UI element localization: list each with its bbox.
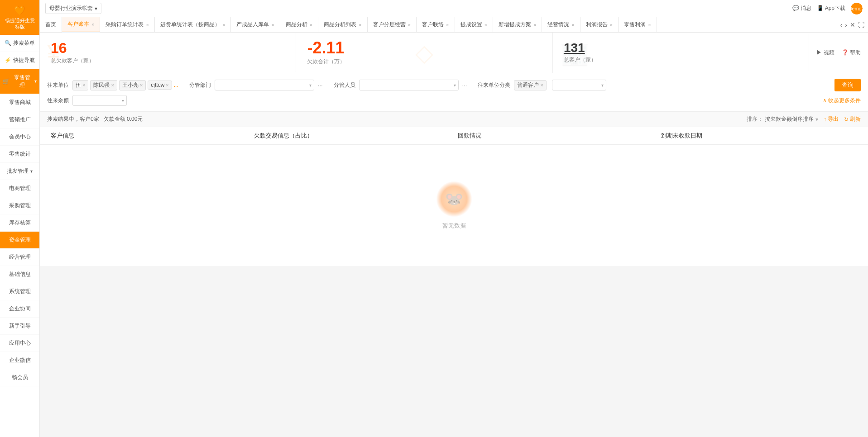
sidebar-item-enterprise[interactable]: 企业协同 [0,300,39,318]
avatar[interactable]: demo2 [851,3,863,14]
tab-customer-ledger[interactable]: 客户账本 × [62,17,100,33]
stat-bg-building: 🏢 [560,39,590,66]
close-icon[interactable]: × [648,22,651,28]
fullscreen-icon[interactable]: ⛶ [858,21,864,28]
sidebar-item-label: 零售统计 [9,150,31,158]
sidebar-item-operation[interactable]: 经营管理 [0,249,39,266]
scroll-right-icon[interactable]: › [845,21,847,28]
filter-tag-wu: 伍 × [72,80,88,90]
sidebar-item-search[interactable]: 🔍 搜索菜单 [0,35,39,52]
topbar: 母婴行业演示帐套 ▾ 💬 消息 📱 App下载 demo2 [40,0,868,17]
sidebar-item-finance[interactable]: 资金管理 [0,232,39,249]
close-icon[interactable]: × [533,22,536,28]
sidebar-item-apps[interactable]: 应用中心 [0,335,39,352]
close-icon[interactable]: × [359,22,361,28]
sidebar-item-wholesale[interactable]: 批发管理 ▾ [0,163,39,180]
close-icon[interactable]: × [222,22,225,28]
person-select[interactable] [359,80,459,90]
filter-tag-chen: 陈民强 × [90,80,117,90]
close-icon[interactable]: × [446,22,449,28]
tag-label: 普通客户 [517,81,539,89]
sidebar-item-label: 应用中心 [9,339,31,347]
sort-value-button[interactable]: 按欠款金额倒序排序 [765,115,814,123]
empty-mouse-icon: 🐭 [445,190,463,208]
dept-select[interactable] [215,80,314,90]
close-icon[interactable]: × [310,22,312,28]
close-icon[interactable]: × [571,22,574,28]
col-customer-info: 客户信息 [47,132,250,140]
scroll-left-icon[interactable]: ‹ [840,21,843,28]
category-select-wrap [552,80,606,90]
tab-commission-setting[interactable]: 提成设置 × [455,17,493,33]
refresh-button[interactable]: ↻ 刷新 [844,115,861,123]
close-icon[interactable]: × [610,22,613,28]
remove-tag-wang[interactable]: × [140,82,143,88]
tab-customer-contact[interactable]: 客户联络 × [417,17,455,33]
sidebar-item-system[interactable]: 系统管理 [0,283,39,300]
close-all-icon[interactable]: ✕ [850,21,855,28]
sidebar-item-retail[interactable]: 🛒 零售管理 ▾ [0,69,39,94]
remove-category-tag[interactable]: × [540,82,543,88]
tab-product-inbound[interactable]: 产成品入库单 × [231,17,280,33]
sidebar-item-ecommerce[interactable]: 电商管理 [0,180,39,197]
sidebar-item-inventory[interactable]: 库存核算 [0,214,39,232]
query-button[interactable]: 查询 [834,79,861,91]
quick-nav-icon: ⚡ [5,57,11,63]
close-icon[interactable]: × [408,22,411,28]
app-download-button[interactable]: 📱 App下载 [817,5,845,12]
remove-tag-wu[interactable]: × [82,82,85,88]
tab-business[interactable]: 经营情况 × [542,17,580,33]
tab-profit-report[interactable]: 利润报告 × [580,17,619,33]
logo-icon: 🧡 [14,5,25,16]
table-header: 客户信息 欠款交易信息（占比） 回款情况 到期未收款日期 [40,127,868,145]
close-icon[interactable]: × [484,22,487,28]
sidebar-item-member2[interactable]: 畅会员 [0,369,39,386]
sidebar: 🧡 畅捷通好生意 标版 🔍 搜索菜单 ⚡ 快捷导航 🛒 零售管理 ▾ 零售商城 … [0,0,40,437]
sidebar-item-basic-info[interactable]: 基础信息 [0,266,39,283]
sidebar-item-retail-stats[interactable]: 零售统计 [0,146,39,163]
sidebar-item-label: 企业协同 [9,305,31,313]
tab-customer-tier[interactable]: 客户分层经营 × [368,17,417,33]
sidebar-item-wechat[interactable]: 企业微信 [0,352,39,369]
sidebar-item-purchase[interactable]: 采购管理 [0,197,39,214]
close-icon[interactable]: × [271,22,274,28]
tab-label: 利润报告 [586,21,608,28]
account-selector[interactable]: 母婴行业演示帐套 ▾ [45,3,101,14]
tab-label: 零售利润 [624,21,646,28]
tab-product-list[interactable]: 商品分析列表 × [318,17,367,33]
tab-label: 商品分析 [286,21,307,28]
person-more-icon[interactable]: ··· [462,82,467,89]
close-icon[interactable]: × [146,22,149,28]
message-button[interactable]: 💬 消息 [792,5,811,12]
collapse-button[interactable]: ∧ 收起更多条件 [823,97,861,104]
dept-more-icon[interactable]: ··· [318,82,323,89]
export-button[interactable]: ↑ 导出 [824,115,839,123]
filter-row-1: 往来单位 伍 × 陈民强 × 王小亮 × cjttcw [47,79,861,91]
sidebar-item-quick-nav[interactable]: ⚡ 快捷导航 [0,52,39,69]
sidebar-item-member[interactable]: 会员中心 [0,128,39,146]
tab-home[interactable]: 首页 [40,17,62,33]
tab-commission-add[interactable]: 新增提成方案 × [493,17,542,33]
category-select[interactable] [552,80,606,90]
sidebar-item-label: 电商管理 [9,185,31,192]
export-icon: ↑ [824,116,826,123]
more-tags-button[interactable]: ... [174,82,178,88]
nav-tabs: 首页 客户账本 × 采购订单统计表 × 进货单统计表（按商品） × 产成品入库单… [40,17,868,33]
sidebar-item-guide[interactable]: 新手引导 [0,318,39,335]
remove-tag-cj[interactable]: × [166,82,168,88]
sidebar-item-marketing[interactable]: 营销推广 [0,111,39,128]
tab-retail-profit[interactable]: 零售利润 × [619,17,657,33]
close-icon[interactable]: × [91,22,94,27]
stat-customers: ¥ 16 总欠款客户（家） [40,33,296,72]
help-button[interactable]: ❓ 帮助 [842,49,861,57]
sidebar-item-retail-mall[interactable]: 零售商城 [0,94,39,111]
tab-product-analysis[interactable]: 商品分析 × [280,17,318,33]
balance-select[interactable] [72,95,127,106]
sidebar-item-label: 营销推广 [9,116,31,124]
chevron-down-icon[interactable]: ▾ [815,116,818,123]
tab-purchase-order[interactable]: 采购订单统计表 × [100,17,154,33]
remove-tag-chen[interactable]: × [111,82,114,88]
video-help-button[interactable]: ▶ 视频 [816,49,834,57]
person-filter-label: 分管人员 [334,81,355,89]
tab-purchase-stats[interactable]: 进货单统计表（按商品） × [155,17,231,33]
